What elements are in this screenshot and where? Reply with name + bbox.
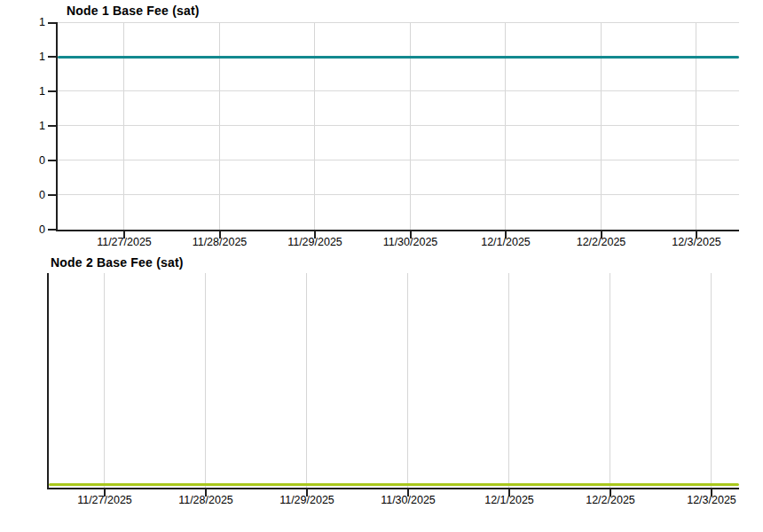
x-axis-tick-label: 11/29/2025 [267, 494, 347, 506]
x-axis-tick-label: 11/28/2025 [166, 494, 246, 506]
gridline-horizontal [58, 125, 739, 126]
y-axis-tick-label: 1 [19, 119, 45, 133]
y-axis-tick-mark [48, 194, 56, 196]
gridline-vertical [601, 22, 602, 230]
x-axis-tick-label: 12/1/2025 [466, 236, 546, 248]
y-axis-tick-mark [48, 125, 56, 127]
chart-title-node2: Node 2 Base Fee (sat) [51, 255, 184, 270]
y-axis-tick-label: 0 [19, 223, 45, 237]
y-axis-tick-label: 1 [19, 50, 45, 64]
chart-plot-area-node2: 11/27/202511/28/202511/29/202511/30/2025… [49, 273, 739, 488]
x-axis-line [56, 230, 739, 231]
y-axis-tick-label: 0 [19, 153, 45, 168]
y-axis-line [47, 273, 49, 489]
x-axis-tick-label: 11/30/2025 [371, 236, 451, 248]
gridline-vertical [610, 273, 610, 488]
gridline-vertical [711, 273, 712, 488]
series-line-node2 [49, 483, 739, 486]
x-axis-line [47, 488, 739, 489]
gridline-horizontal [58, 194, 739, 195]
x-axis-tick-label: 12/2/2025 [570, 494, 650, 506]
y-axis-tick-mark [48, 90, 56, 92]
gridline-vertical [205, 273, 206, 488]
y-axis-tick-mark [48, 229, 56, 231]
gridline-horizontal [58, 90, 739, 91]
y-axis-tick-label: 0 [19, 188, 45, 202]
x-axis-tick-label: 12/2/2025 [562, 236, 641, 248]
gridline-vertical [407, 273, 408, 488]
base-fee-dashboard: Node 1 Base Fee (sat) 11/27/202511/28/20… [0, 0, 763, 532]
gridline-vertical [314, 22, 315, 230]
x-axis-tick-label: 11/27/2025 [84, 236, 164, 248]
y-axis-tick-mark [48, 160, 56, 161]
x-axis-tick-label: 11/28/2025 [180, 236, 260, 248]
x-axis-tick-label: 12/3/2025 [657, 236, 736, 248]
gridline-vertical [696, 22, 696, 230]
chart-title-node1: Node 1 Base Fee (sat) [67, 4, 200, 18]
y-axis-line [56, 22, 58, 231]
x-axis-tick-label: 11/27/2025 [65, 494, 145, 506]
x-axis-tick-label: 11/29/2025 [275, 236, 355, 248]
x-axis-tick-label: 11/30/2025 [368, 494, 448, 506]
gridline-horizontal [58, 22, 739, 23]
y-axis-tick-mark [48, 56, 56, 58]
x-axis-tick-label: 12/3/2025 [672, 494, 751, 506]
chart-plot-area-node1: 11/27/202511/28/202511/29/202511/30/2025… [58, 22, 739, 230]
y-axis-tick-label: 1 [19, 15, 45, 29]
gridline-vertical [104, 273, 105, 488]
gridline-horizontal [58, 160, 739, 160]
gridline-vertical [505, 22, 506, 230]
y-axis-tick-label: 1 [19, 84, 45, 98]
gridline-vertical [410, 22, 411, 230]
gridline-vertical [306, 273, 307, 488]
y-axis-tick-mark [48, 22, 56, 24]
gridline-vertical [123, 22, 124, 230]
gridline-vertical [219, 22, 220, 230]
series-line-node1 [58, 56, 739, 59]
gridline-vertical [508, 273, 509, 488]
x-axis-tick-label: 12/1/2025 [469, 494, 549, 506]
